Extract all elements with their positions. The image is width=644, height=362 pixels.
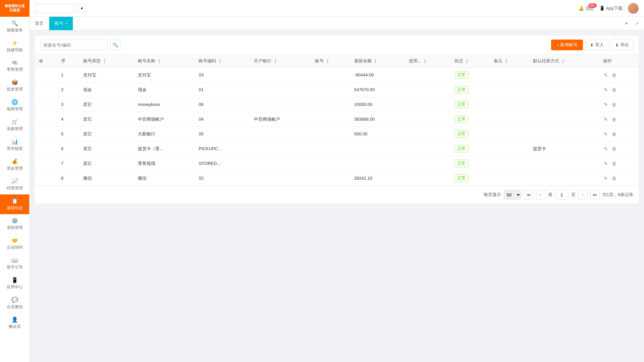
tab-account-close[interactable]: × [65,21,67,25]
sidebar-item-member[interactable]: 👤畅会员 [0,313,29,333]
dropdown-button[interactable]: ▾ [78,4,86,13]
sidebar-item-wholesale[interactable]: 📦批发管理 [0,76,29,96]
delete-button[interactable]: 🗑 [611,72,617,78]
sidebar-item-retail[interactable]: 🛍零售管理 [0,56,29,76]
cell-status: 正常 [450,112,490,127]
import-button[interactable]: ⬆ 导入 [586,40,608,50]
page-input[interactable] [555,190,569,199]
retail-icon: 🛍 [12,60,17,66]
edit-button[interactable]: ✎ [603,116,608,123]
cell-bank [250,156,311,171]
delete-button[interactable]: 🗑 [611,145,617,152]
col-default-settle[interactable]: 默认结算方式 ▲▼ [529,55,599,68]
col-bank[interactable]: 开户银行 ▲▼ [250,55,311,68]
col-action: 操作 [599,55,639,68]
cell-usage [405,171,450,186]
col-usage[interactable]: 使用... ▲▼ [405,55,450,68]
page-label: 第 [548,192,552,198]
top-search-input[interactable] [35,4,75,13]
first-page-button[interactable]: ⏮ [524,190,533,199]
col-name[interactable]: 账号名称 ▲▼ [134,55,195,68]
cell-bank [250,171,311,186]
sidebar-item-business[interactable]: 📈经营管理 [0,175,29,194]
ecommerce-icon: 🌐 [11,99,18,105]
sidebar-item-enterprise[interactable]: 🤝企业协同 [0,234,29,254]
tab-account[interactable]: 账号 × [49,17,73,30]
sidebar-item-purchase[interactable]: 🛒采购管理 [0,115,29,135]
edit-button[interactable]: ✎ [603,175,608,182]
delete-button[interactable]: 🗑 [611,86,617,93]
col-type[interactable]: 账号类型 ▲▼ [79,55,134,68]
cell-usage [405,82,450,97]
edit-button[interactable]: ✎ [603,160,608,167]
apps-icon: 📱 [11,277,18,283]
sidebar-item-finance[interactable]: 💰资金管理 [0,155,29,175]
tab-close-button[interactable]: ✕ [623,19,631,27]
chevron-down-icon: ▾ [81,6,83,11]
cell-type: 其它 [79,97,134,112]
sidebar-item-ecommerce[interactable]: 🌐电商管理 [0,96,29,115]
status-badge: 正常 [454,145,469,153]
tab-account-label: 账号 [55,20,63,26]
page-size-select[interactable]: 50 100 200 [504,190,521,199]
edit-button[interactable]: ✎ [603,101,608,108]
tab-expand-button[interactable]: ⤢ [633,19,641,27]
guide-icon: 📖 [11,257,18,263]
cell-code: 03 [195,68,250,82]
cell-code: 05 [195,127,250,141]
sidebar-item-inventory[interactable]: 📊库存核算 [0,135,29,155]
import-icon: ⬆ [590,43,594,48]
col-account[interactable]: 账号 ▲▼ [311,55,350,68]
add-account-button[interactable]: + 新增账号 [551,40,583,50]
sidebar-item-search[interactable]: 🔍搜索菜单 [0,17,29,37]
table-row: 5 其它 大新银行 05 500.00 正常 ✎ 🗑 [35,127,639,141]
delete-button[interactable]: 🗑 [611,131,617,137]
delete-button[interactable]: 🗑 [611,175,617,182]
table-wrapper: ⚙ 序 账号类型 ▲▼ 账号名称 ▲▼ 账号编码 ▲▼ 开户银行 ▲▼ 账号 ▲… [35,55,639,186]
cell-settings [35,156,57,171]
next-page-button[interactable]: › [578,190,588,199]
search-input[interactable] [40,40,107,50]
cell-default-settle [529,68,599,82]
app-download-button[interactable]: 📱 App下载 [599,5,623,11]
export-button[interactable]: ⬇ 导出 [611,40,633,50]
cell-account [311,112,350,127]
edit-button[interactable]: ✎ [603,86,608,93]
prev-page-button[interactable]: ‹ [536,190,545,199]
sidebar-item-label: 畅会员 [9,324,21,329]
last-page-button[interactable]: ⏭ [590,190,600,199]
cell-type: 其它 [79,127,134,141]
delete-button[interactable]: 🗑 [611,160,617,167]
sidebar-item-basic[interactable]: 📋基础信息 [0,194,29,214]
quick-icon: ⚡ [11,40,18,46]
edit-button[interactable]: ✎ [603,131,608,137]
search-button[interactable]: 🔍 [110,40,121,50]
col-code[interactable]: 账号编码 ▲▼ [195,55,250,68]
col-status[interactable]: 状态 ▲▼ [450,55,490,68]
sidebar-item-quick[interactable]: ⚡快捷导航 [0,37,29,56]
delete-button[interactable]: 🗑 [611,116,617,123]
cell-action: ✎ 🗑 [599,112,639,127]
sidebar-item-apps[interactable]: 📱应用中心 [0,274,29,293]
cell-status: 正常 [450,171,490,186]
cell-type: 现金 [79,82,134,97]
sidebar-item-wechat[interactable]: 💬企业微信 [0,293,29,313]
sidebar-item-guide[interactable]: 📖新手引导 [0,254,29,274]
cell-balance: 10000.00 [350,97,405,112]
sidebar-item-system[interactable]: ⚙️系统管理 [0,214,29,234]
messages-button[interactable]: 🔔 消息 99+ [579,5,594,11]
cell-bank [250,141,311,156]
export-icon: ⬇ [615,43,619,48]
cell-code: PICKUPC... [195,141,250,156]
col-settings[interactable]: ⚙ [35,55,57,68]
edit-button[interactable]: ✎ [603,145,608,152]
delete-button[interactable]: 🗑 [611,101,617,108]
user-avatar[interactable] [628,3,639,14]
cell-type: 其它 [79,141,134,156]
sidebar-item-label: 资金管理 [7,166,23,171]
tab-home[interactable]: 首页 [30,17,49,30]
cell-usage [405,127,450,141]
col-remark[interactable]: 备注 ▲▼ [490,55,529,68]
edit-button[interactable]: ✎ [603,72,608,78]
col-balance[interactable]: 最新余额 ▲▼ [350,55,405,68]
